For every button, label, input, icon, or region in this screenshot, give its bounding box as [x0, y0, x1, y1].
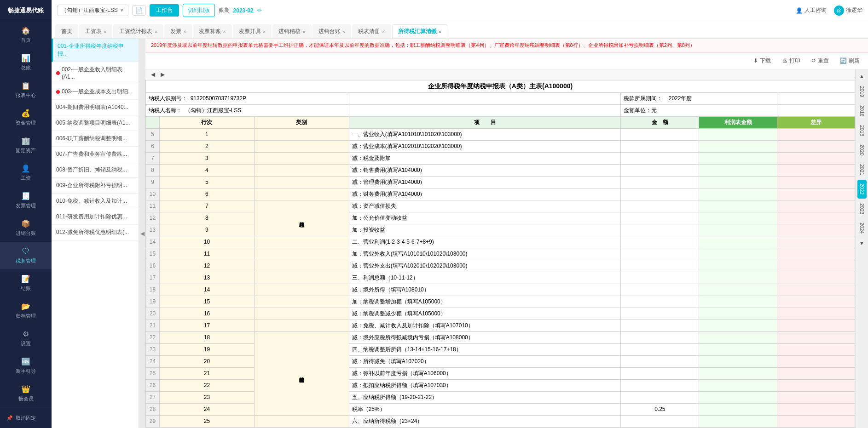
refresh-button[interactable]: 🔄 刷新: [837, 56, 862, 66]
profit-cell[interactable]: [699, 236, 777, 248]
amount-cell[interactable]: [621, 343, 699, 355]
sidebar-item-工资[interactable]: 👤工资: [0, 159, 52, 187]
diff-cell[interactable]: [777, 284, 855, 296]
topbar-doc-icon[interactable]: 📄: [132, 5, 146, 16]
download-button[interactable]: ⬇ 下载: [751, 56, 774, 66]
diff-cell[interactable]: [777, 128, 855, 140]
amount-cell[interactable]: [621, 320, 699, 331]
profit-cell[interactable]: [699, 200, 777, 212]
diff-cell[interactable]: [777, 152, 855, 164]
profit-cell[interactable]: [699, 296, 777, 308]
amount-cell[interactable]: [621, 236, 699, 248]
amount-cell[interactable]: [621, 152, 699, 164]
sidebar-item-首页[interactable]: 🏠首页: [0, 21, 52, 49]
print-button[interactable]: 🖨 打印: [779, 56, 803, 66]
amount-cell[interactable]: [621, 331, 699, 343]
profit-cell[interactable]: [699, 212, 777, 224]
amount-cell[interactable]: [621, 128, 699, 140]
sidebar-item-发票管理[interactable]: 🧾发票管理: [0, 187, 52, 214]
diff-cell[interactable]: [777, 236, 855, 248]
amount-cell[interactable]: [621, 284, 699, 296]
tab-close-icon[interactable]: ×: [439, 29, 441, 34]
year-down-btn[interactable]: ▼: [857, 238, 867, 248]
tab-发票开具[interactable]: 发票开具×: [233, 24, 272, 38]
profit-cell[interactable]: [699, 379, 777, 391]
diff-cell[interactable]: [777, 308, 855, 320]
tab-close-icon[interactable]: ×: [183, 29, 186, 34]
left-panel-item-011[interactable]: 011-研发费用加计扣除优惠...: [52, 209, 139, 225]
tab-close-icon[interactable]: ×: [342, 29, 345, 34]
left-panel-item-008[interactable]: 008-资产折旧、摊销及纳税...: [52, 162, 139, 178]
amount-cell[interactable]: [621, 272, 699, 284]
amount-cell[interactable]: [621, 212, 699, 224]
amount-cell[interactable]: [621, 391, 699, 403]
diff-cell[interactable]: [777, 320, 855, 331]
nav-prev-btn[interactable]: ◀: [149, 70, 157, 79]
tab-进销稽核[interactable]: 进销稽核×: [272, 24, 311, 38]
profit-cell[interactable]: [699, 248, 777, 260]
amount-cell[interactable]: [621, 355, 699, 367]
old-version-button[interactable]: 切到旧版: [183, 4, 215, 17]
year-item-2018[interactable]: 2018: [857, 121, 867, 140]
diff-cell[interactable]: [777, 296, 855, 308]
sidebar-pin-toggle[interactable]: 📌 取消固定: [4, 412, 48, 424]
diff-cell[interactable]: [777, 176, 855, 188]
diff-cell[interactable]: [777, 355, 855, 367]
year-item-2016[interactable]: 2016: [857, 102, 867, 120]
left-panel-item-006[interactable]: 006-职工薪酬纳税调整明细...: [52, 131, 139, 147]
profit-cell[interactable]: [699, 331, 777, 343]
profit-cell[interactable]: [699, 403, 777, 415]
tab-工资表[interactable]: 工资表×: [79, 24, 112, 38]
amount-cell[interactable]: [621, 367, 699, 379]
nav-next-btn[interactable]: ▶: [159, 70, 167, 79]
tab-close-icon[interactable]: ×: [382, 29, 385, 34]
diff-cell[interactable]: [777, 403, 855, 415]
profit-cell[interactable]: [699, 284, 777, 296]
sidebar-item-畅会员[interactable]: 👑畅会员: [0, 380, 52, 407]
sidebar-item-总账[interactable]: 📊总账: [0, 49, 52, 76]
left-panel-item-012[interactable]: 012-减免所得税优惠明细表(...: [52, 225, 139, 240]
sidebar-item-资金管理[interactable]: 💰资金管理: [0, 104, 52, 131]
sidebar-item-结账[interactable]: 📝结账: [0, 269, 52, 297]
sidebar-item-税务管理[interactable]: 🛡税务管理: [0, 242, 52, 269]
diff-cell[interactable]: [777, 140, 855, 152]
diff-cell[interactable]: [777, 415, 855, 427]
amount-cell[interactable]: [621, 164, 699, 176]
tab-进销台账[interactable]: 进销台账×: [312, 24, 351, 38]
profit-cell[interactable]: [699, 320, 777, 331]
left-panel-item-003[interactable]: 003-一般企业成本支出明细...: [52, 84, 139, 100]
amount-cell[interactable]: [621, 379, 699, 391]
left-panel-item-005[interactable]: 005-纳税调整项目明细表(A1...: [52, 115, 139, 131]
sidebar-item-归档管理[interactable]: 📂归档管理: [0, 297, 52, 325]
company-selector[interactable]: （勾销）江西服宝-LSS ▼: [57, 5, 128, 16]
profit-cell[interactable]: [699, 188, 777, 200]
profit-cell[interactable]: [699, 152, 777, 164]
sidebar-item-固定资产[interactable]: 🏢固定资产: [0, 131, 52, 159]
diff-cell[interactable]: [777, 200, 855, 212]
tab-发票[interactable]: 发票×: [164, 24, 192, 38]
year-item-2021[interactable]: 2021: [857, 160, 867, 179]
year-item-2020[interactable]: 2020: [857, 141, 867, 159]
sidebar-item-新手引导[interactable]: 🆕新手引导: [0, 352, 52, 380]
year-up-btn[interactable]: ▲: [857, 71, 867, 81]
profit-cell[interactable]: [699, 272, 777, 284]
amount-cell[interactable]: [621, 224, 699, 236]
amount-cell[interactable]: [621, 296, 699, 308]
tab-首页[interactable]: 首页: [55, 24, 78, 38]
profit-cell[interactable]: [699, 391, 777, 403]
left-panel-item-009[interactable]: 009-企业所得税附补亏损明...: [52, 178, 139, 194]
left-panel-item-002[interactable]: 002-一般企业收入明细表(A1...: [52, 62, 139, 84]
tab-close-icon[interactable]: ×: [154, 29, 157, 34]
diff-cell[interactable]: [777, 212, 855, 224]
tab-close-icon[interactable]: ×: [263, 29, 266, 34]
year-item-2024[interactable]: 2024: [857, 219, 867, 237]
amount-cell[interactable]: [621, 188, 699, 200]
left-panel-collapse-btn[interactable]: ◀: [139, 39, 145, 428]
profit-cell[interactable]: [699, 308, 777, 320]
left-panel-item-001[interactable]: 001-企业所得税年度纳税申报...: [52, 39, 139, 62]
diff-cell[interactable]: [777, 272, 855, 284]
diff-cell[interactable]: [777, 367, 855, 379]
profit-cell[interactable]: [699, 367, 777, 379]
sidebar-item-进销台账[interactable]: 📦进销台账: [0, 214, 52, 242]
profit-cell[interactable]: [699, 355, 777, 367]
